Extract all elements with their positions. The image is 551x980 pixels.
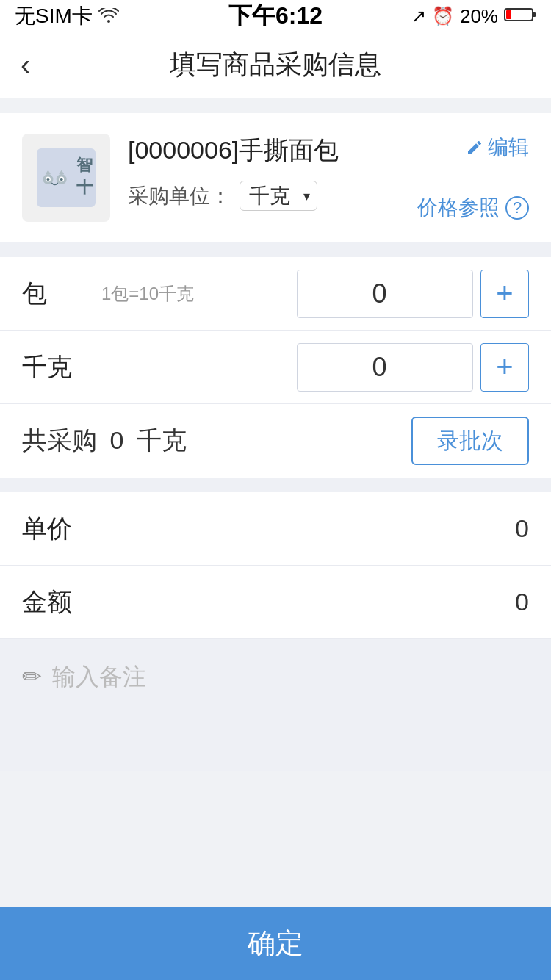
kg-label: 千克 xyxy=(22,350,96,384)
divider-2 xyxy=(0,478,551,492)
status-left: 无SIM卡 xyxy=(15,2,119,30)
unit-price-value: 0 xyxy=(515,514,529,543)
svg-rect-1 xyxy=(506,10,511,19)
svg-point-7 xyxy=(46,178,49,181)
wifi-icon xyxy=(98,4,119,28)
svg-point-8 xyxy=(60,178,63,181)
pack-quantity-input[interactable] xyxy=(297,270,473,318)
product-image: 智十 xyxy=(22,134,110,222)
record-batch-button[interactable]: 录批次 xyxy=(411,417,529,465)
nav-bar: ‹ 填写商品采购信息 xyxy=(0,32,551,98)
pack-input-right: + xyxy=(297,270,529,318)
logo-text: 智十 xyxy=(73,154,96,198)
price-ref-help-icon: ? xyxy=(505,196,529,220)
summary-row: 共采购 0 千克 录批次 xyxy=(0,404,551,478)
amount-label: 金额 xyxy=(22,586,72,619)
carrier-text: 无SIM卡 xyxy=(15,2,93,30)
price-ref-button[interactable]: 价格参照 ? xyxy=(417,194,529,222)
summary-text: 共采购 0 千克 xyxy=(22,424,187,458)
info-section: 单价 0 金额 0 xyxy=(0,492,551,639)
amount-row: 金额 0 xyxy=(0,566,551,639)
back-button[interactable]: ‹ xyxy=(21,48,30,82)
unit-price-label: 单价 xyxy=(22,512,72,546)
quantity-input-section: 包 1包=10千克 + 千克 + xyxy=(0,257,551,404)
svg-rect-2 xyxy=(533,12,536,17)
kg-input-row: 千克 + xyxy=(0,331,551,404)
amount-value: 0 xyxy=(515,588,529,616)
battery-icon xyxy=(504,5,536,28)
edit-button[interactable]: 编辑 xyxy=(466,134,529,162)
confirm-label: 确定 xyxy=(248,925,303,962)
edit-label: 编辑 xyxy=(488,134,529,162)
notes-section[interactable]: ✏ 输入备注 xyxy=(0,639,551,771)
svg-marker-9 xyxy=(46,170,51,174)
pack-sublabel: 1包=10千克 xyxy=(101,282,194,306)
alarm-icon: ⏰ xyxy=(432,6,454,26)
status-right: ↗ ⏰ 20% xyxy=(411,5,536,28)
summary-value: 0 xyxy=(109,426,123,454)
divider-1 xyxy=(0,242,551,257)
kg-plus-button[interactable]: + xyxy=(480,343,529,392)
unit-select-wrap[interactable]: 千克 包 ▾ xyxy=(240,181,317,211)
notes-inner: ✏ 输入备注 xyxy=(22,661,529,693)
kg-input-right: + xyxy=(297,343,529,392)
status-bar: 无SIM卡 下午6:12 ↗ ⏰ 20% xyxy=(0,0,551,32)
pack-plus-button[interactable]: + xyxy=(480,270,529,318)
unit-select[interactable]: 千克 包 xyxy=(240,181,317,211)
confirm-button[interactable]: 确定 xyxy=(0,907,551,980)
unit-price-row: 单价 0 xyxy=(0,492,551,566)
record-batch-label: 录批次 xyxy=(437,426,503,456)
summary-suffix: 千克 xyxy=(137,426,187,454)
product-card: 智十 [0000006]手撕面包 采购单位： 千克 包 ▾ 编辑 xyxy=(0,113,551,242)
pack-label: 包 xyxy=(22,277,96,311)
summary-prefix: 共采购 xyxy=(22,426,97,454)
svg-marker-10 xyxy=(59,170,64,174)
kg-quantity-input[interactable] xyxy=(297,343,473,392)
unit-label: 采购单位： xyxy=(128,182,231,210)
price-ref-label: 价格参照 xyxy=(417,194,500,222)
battery-pct: 20% xyxy=(460,5,498,28)
pack-input-row: 包 1包=10千克 + xyxy=(0,257,551,331)
location-icon: ↗ xyxy=(411,6,426,26)
status-time: 下午6:12 xyxy=(228,0,323,32)
notes-pencil-icon: ✏ xyxy=(22,663,42,691)
product-logo: 智十 xyxy=(37,148,96,207)
nav-title: 填写商品采购信息 xyxy=(170,47,381,83)
notes-placeholder: 输入备注 xyxy=(52,661,146,693)
